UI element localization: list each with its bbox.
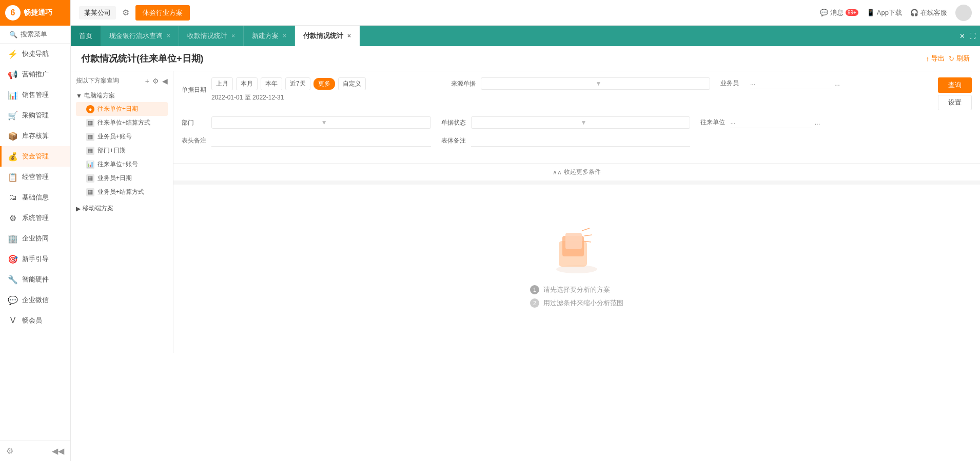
date-btn-this-year[interactable]: 本年 [261,77,282,90]
sidebar-item-inventory[interactable]: 📦 库存核算 [0,126,70,146]
sidebar-search[interactable]: 🔍 搜索菜单 [0,26,70,44]
sidebar-item-corp[interactable]: 🏢 企业协同 [0,228,70,249]
table-head-note-input[interactable] [211,135,431,147]
scheme-settings-btn[interactable]: ⚙ [152,77,159,85]
sidebar-item-marketing[interactable]: 📢 营销推广 [0,64,70,85]
tab-maximize-icon[interactable]: ⛶ [969,32,976,40]
export-btn[interactable]: ↑ 导出 [926,54,945,63]
scheme-item-salesperson-date[interactable]: ▦ 业务员+日期 [76,171,168,185]
scheme-category-mobile: ▶ 移动端方案 [76,202,168,215]
sidebar-item-icon-operations: 📋 [8,172,18,182]
doc-status-label: 单据状态 [441,118,467,127]
scheme-item-icon-3: ▦ [86,147,94,155]
counterpart-input[interactable] [730,116,812,128]
tab-payment-stats[interactable]: 付款情况统计 × [295,26,360,46]
sidebar-item-capital[interactable]: 💰 资金管理 [0,146,70,167]
sidebar-item-icon-hardware: 🔧 [8,274,18,285]
sidebar-item-label-system: 系统管理 [22,213,49,223]
scheme-item-counterpart-settlement[interactable]: ▦ 往来单位+结算方式 [76,116,168,130]
collapse-bar[interactable]: ∧∧ 收起更多条件 [173,163,980,181]
table-head-note-label: 表头备注 [182,136,207,145]
scheme-item-salesperson-account[interactable]: ▦ 业务员+账号 [76,130,168,144]
message-btn[interactable]: 💬 消息 99+ [820,8,858,17]
date-btn-custom[interactable]: 自定义 [338,77,366,90]
sidebar-logo: 6 畅捷通巧 [0,0,70,26]
dept-arrow: ▼ [321,119,426,126]
sidebar: 6 畅捷通巧 🔍 搜索菜单 ⚡ 快捷导航 📢 营销推广 📊 销售管理 🛒 采购管… [0,0,71,461]
query-button[interactable]: 查询 [938,77,972,93]
sidebar-item-icon-corp: 🏢 [8,233,18,244]
online-service-btn[interactable]: 🎧 在线客服 [910,8,947,17]
scheme-item-counterpart-date[interactable]: ● 往来单位+日期 [76,102,168,116]
tab-home[interactable]: 首页 [71,26,101,46]
app-download-btn[interactable]: 📱 App下载 [867,8,902,17]
date-btn-7days[interactable]: 近7天 [285,77,310,90]
refresh-btn[interactable]: ↻ 刷新 [949,54,970,63]
date-btn-more[interactable]: 更多 [313,78,335,90]
sidebar-item-sales[interactable]: 📊 销售管理 [0,85,70,105]
tab-payment-stats-label: 付款情况统计 [303,31,343,41]
sidebar-item-hardware[interactable]: 🔧 智能硬件 [0,269,70,290]
sidebar-item-basic[interactable]: 🗂 基础信息 [0,187,70,208]
date-from: 2022-01-01 [211,94,243,101]
sidebar-collapse-icon[interactable]: ◀◀ [52,446,64,456]
empty-tip-2: 2 用过滤条件来缩小分析范围 [530,298,623,308]
date-btn-last-month[interactable]: 上月 [211,77,233,90]
sidebar-item-label-sales: 销售管理 [22,90,49,99]
dept-select[interactable]: ▼ [211,116,431,129]
sidebar-item-label-wechat: 企业微信 [22,295,49,305]
sidebar-item-icon-inventory: 📦 [8,131,18,141]
header-settings-icon[interactable]: ⚙ [122,8,129,17]
doc-status-select[interactable]: ▼ [471,116,691,129]
filter-scheme-header: 按以下方案查询 + ⚙ ◀ [76,76,168,85]
company-name[interactable]: 某某公司 [79,6,116,19]
salesperson-input[interactable] [750,77,832,89]
sidebar-item-operations[interactable]: 📋 经营管理 [0,167,70,187]
collapse-label: 收起更多条件 [564,168,601,176]
source-doc-label: 来源单据 [451,79,477,88]
empty-state: 1 请先选择要分析的方案 2 用过滤条件来缩小分析范围 [173,185,980,353]
sidebar-item-purchase[interactable]: 🛒 采购管理 [0,105,70,126]
counterpart-more[interactable]: ... [814,118,820,126]
sidebar-item-icon-purchase: 🛒 [8,110,18,121]
sidebar-footer: ⚙ ◀◀ [0,440,70,461]
tab-bank-flow-close[interactable]: × [167,32,170,39]
tab-close-all-icon[interactable]: ✕ [959,32,965,40]
sidebar-item-vip[interactable]: V 畅会员 [0,310,70,331]
table-body-note-label: 表体备注 [441,136,467,145]
trial-button[interactable]: 体验行业方案 [135,5,190,21]
main-area: 某某公司 ⚙ 体验行业方案 💬 消息 99+ 📱 App下载 🎧 在线客服 首页 [71,0,980,461]
sidebar-item-icon-capital: 💰 [8,151,18,162]
date-btn-this-month[interactable]: 本月 [236,77,258,90]
table-body-note-input[interactable] [471,135,691,147]
sidebar-item-quick-nav[interactable]: ⚡ 快捷导航 [0,44,70,64]
source-doc-select[interactable]: ▼ [481,77,710,90]
scheme-item-counterpart-account[interactable]: 📊 往来单位+账号 [76,157,168,171]
tab-bank-flow[interactable]: 现金银行流水查询 × [101,26,179,46]
sidebar-settings-icon[interactable]: ⚙ [6,446,13,456]
tab-new-scheme[interactable]: 新建方案 × [244,26,295,46]
scheme-category-mobile-header[interactable]: ▶ 移动端方案 [76,202,168,215]
sidebar-item-wechat[interactable]: 💬 企业微信 [0,290,70,310]
service-icon: 🎧 [910,9,918,16]
sidebar-item-guide[interactable]: 🎯 新手引导 [0,249,70,269]
salesperson-more[interactable]: ... [834,79,840,87]
sidebar-item-system[interactable]: ⚙ 系统管理 [0,208,70,228]
filter-group-table-head-note: 表头备注 [182,135,431,147]
tab-receipt-stats[interactable]: 收款情况统计 × [179,26,244,46]
tab-payment-stats-close[interactable]: × [347,32,351,39]
scheme-item-salesperson-settlement[interactable]: ▦ 业务员+结算方式 [76,185,168,199]
tab-new-scheme-close[interactable]: × [283,32,286,39]
settings-button[interactable]: 设置 [938,95,972,110]
tab-receipt-stats-close[interactable]: × [231,32,235,39]
scheme-item-dept-date[interactable]: ▦ 部门+日期 [76,144,168,157]
sidebar-item-label-corp: 企业协同 [22,234,49,243]
user-avatar[interactable] [955,5,972,21]
tip-text-1: 请先选择要分析的方案 [543,285,610,294]
filter-group-source-doc: 来源单据 ▼ [451,77,710,90]
scheme-collapse-btn[interactable]: ◀ [162,77,168,85]
counterpart-label: 往来单位 [700,118,726,127]
scheme-add-btn[interactable]: + [145,77,149,85]
scheme-category-desktop-header[interactable]: ▼ 电脑端方案 [76,89,168,102]
filter-row-1: 单据日期 上月 本月 本年 近7天 更多 自定义 [182,77,972,110]
